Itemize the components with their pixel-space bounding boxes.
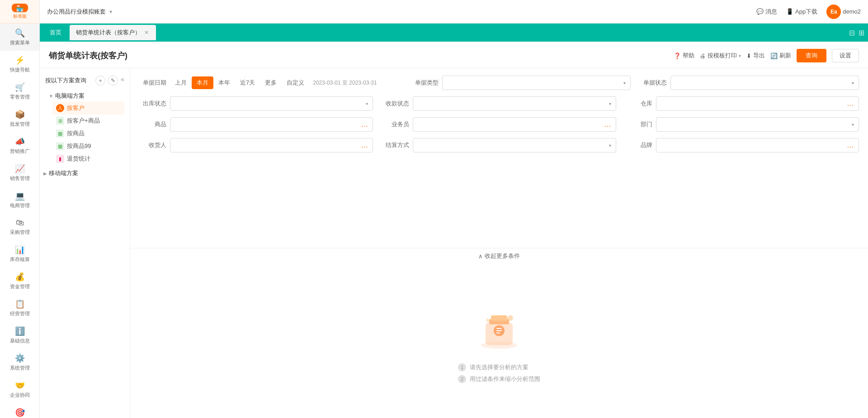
scheme-by-product[interactable]: ▦ 按商品: [52, 127, 124, 140]
guide-icon: 🎯: [15, 408, 25, 418]
svg-point-9: [486, 318, 490, 322]
svg-rect-5: [496, 328, 502, 329]
tab-maximize-icon[interactable]: ⊞: [859, 28, 864, 37]
refresh-label: 刷新: [779, 52, 791, 60]
brand-input[interactable]: …: [656, 138, 859, 152]
sidebar-item-enterprise[interactable]: 🤝 企业协同: [0, 376, 39, 403]
tab-home-label: 首页: [50, 28, 61, 37]
empty-tips: 1 请先选择要分析的方案 2 用过滤条件来缩小分析范围: [458, 363, 540, 383]
out-status-select[interactable]: ▾: [170, 96, 373, 111]
page-title: 销货单统计表(按客户): [49, 50, 127, 61]
date-btn-last-month[interactable]: 上月: [170, 76, 192, 90]
collapse-filters-button[interactable]: ∧ 收起更多条件: [130, 248, 868, 264]
sidebar-item-purchase[interactable]: 🛍 采购管理: [0, 214, 39, 240]
date-btn-custom[interactable]: 自定义: [282, 76, 309, 90]
edit-scheme-button[interactable]: ✎: [108, 76, 118, 86]
marketing-icon: 📣: [15, 137, 25, 147]
date-label: 单据日期: [139, 79, 166, 87]
department-select[interactable]: ▾: [656, 117, 859, 132]
bill-status-dropdown-icon: ▾: [852, 81, 854, 86]
sidebar-item-marketing[interactable]: 📣 营销推广: [0, 132, 39, 159]
receiver-input[interactable]: …: [170, 138, 373, 152]
sidebar-item-system[interactable]: ⚙️ 系统管理: [0, 349, 39, 376]
sidebar-item-search[interactable]: 🔍 搜索菜单: [0, 24, 39, 51]
date-btn-this-year[interactable]: 本年: [213, 76, 235, 90]
filter-panel: 按以下方案查询 ＋ ✎ « ▼ 电脑端方案: [40, 68, 130, 418]
export-button[interactable]: ⬇ 导出: [746, 52, 765, 60]
print-button[interactable]: 🖨 按模板打印 ▾: [700, 52, 741, 60]
refresh-button[interactable]: 🔄 刷新: [770, 52, 791, 60]
settlement-select[interactable]: ▾: [413, 138, 616, 152]
header-dropdown-icon[interactable]: ▾: [109, 9, 112, 15]
scheme-by-customer[interactable]: 人 按客户: [52, 102, 124, 114]
scheme-by-customer-product-label: 按客户+商品: [67, 117, 100, 125]
salesperson-label: 业务员: [382, 120, 409, 128]
date-btn-more[interactable]: 更多: [260, 76, 282, 90]
filter-panel-title: 按以下方案查询 ＋ ✎ «: [40, 73, 130, 88]
receipt-status-select[interactable]: ▾: [413, 96, 616, 111]
product-input[interactable]: …: [170, 117, 373, 132]
product-dots-icon: …: [361, 120, 368, 128]
sidebar-item-retail[interactable]: 🛒 零售管理: [0, 78, 39, 105]
tab-home[interactable]: 首页: [43, 25, 68, 40]
user-profile[interactable]: Ea demo2: [826, 5, 861, 19]
query-button[interactable]: 查询: [797, 49, 826, 62]
sidebar-logo: 🏪 标准版: [0, 0, 39, 24]
svg-rect-7: [496, 332, 500, 333]
sidebar-item-label-sales: 销售管理: [10, 175, 30, 182]
operation-icon: 📋: [15, 299, 25, 309]
scheme-by-customer-product[interactable]: ⊞ 按客户+商品: [52, 114, 124, 127]
add-scheme-button[interactable]: ＋: [95, 76, 105, 86]
tab-minimize-icon[interactable]: ⊟: [849, 28, 855, 37]
bill-type-select[interactable]: ▾: [442, 76, 631, 90]
warehouse-input[interactable]: …: [656, 96, 859, 111]
sidebar-item-wholesale[interactable]: 📦 批发管理: [0, 105, 39, 132]
sidebar-item-sales[interactable]: 📈 销售管理: [0, 159, 39, 186]
print-dropdown-icon[interactable]: ▾: [739, 53, 741, 58]
settings-button[interactable]: 设置: [832, 49, 859, 62]
tab-close-icon[interactable]: ✕: [143, 28, 150, 37]
sidebar-item-quicknav[interactable]: ⚡ 快捷导航: [0, 51, 39, 78]
bill-status-select[interactable]: ▾: [670, 76, 859, 90]
page-inner: 销货单统计表(按客户) ❓ 帮助 🖨 按模板打印 ▾ ⬇ 导出: [40, 42, 868, 418]
mobile-arrow-icon: ▶: [43, 171, 47, 176]
sidebar-item-ecommerce[interactable]: 💻 电商管理: [0, 186, 39, 214]
date-btn-this-month[interactable]: 本月: [192, 76, 213, 89]
logo-icon: 🏪: [12, 4, 28, 12]
receipt-status-dropdown-icon: ▾: [609, 101, 611, 106]
filter-row-2: 出库状态 ▾ 收款状态 ▾: [139, 96, 859, 111]
tab-sales-stat[interactable]: 销货单统计表（按客户） ✕: [70, 25, 156, 40]
scheme-return-stat[interactable]: ▮ 退货统计: [52, 152, 124, 165]
filter-item-brand: 品牌 …: [625, 138, 859, 152]
tree-node-mobile[interactable]: ▶ 移动端方案: [40, 167, 130, 180]
tree-arrow-icon: ▼: [49, 94, 53, 99]
collapse-panel-icon[interactable]: «: [121, 76, 124, 86]
desktop-scheme-label: 电脑端方案: [55, 92, 85, 100]
filter-item-out-status: 出库状态 ▾: [139, 96, 373, 111]
tree-node-desktop-header[interactable]: ▼ 电脑端方案: [45, 90, 124, 102]
scheme-by-product-99[interactable]: ▦ 按商品99: [52, 140, 124, 152]
sidebar-item-basic[interactable]: ℹ️ 基础信息: [0, 322, 39, 349]
empty-tip-2: 2 用过滤条件来缩小分析范围: [458, 375, 540, 383]
warehouse-label: 仓库: [625, 100, 652, 108]
app-download-button[interactable]: 📱 App下载: [786, 8, 817, 16]
sidebar-item-label-wholesale: 批发管理: [10, 121, 30, 128]
sidebar-item-finance[interactable]: 💰 资金管理: [0, 267, 39, 294]
page-actions: ❓ 帮助 🖨 按模板打印 ▾ ⬇ 导出 🔄 刷新: [674, 49, 859, 62]
sidebar-item-guide[interactable]: 🎯 新手引导: [0, 403, 39, 418]
sidebar-item-inventory[interactable]: 📊 库存核算: [0, 240, 39, 267]
wholesale-icon: 📦: [15, 109, 25, 119]
filter-item-product: 商品 …: [139, 117, 373, 132]
brand-dots-icon: …: [847, 141, 854, 149]
sidebar-item-operation[interactable]: 📋 经营管理: [0, 294, 39, 322]
sidebar: 🏪 标准版 🔍 搜索菜单 ⚡ 快捷导航 🛒 零售管理 📦 批发管理 📣 营销推广…: [0, 0, 40, 418]
product99-icon: ▦: [56, 142, 64, 150]
download-icon: 📱: [786, 8, 793, 15]
salesperson-input[interactable]: …: [413, 117, 616, 132]
help-icon: ❓: [674, 52, 681, 59]
message-button[interactable]: 💬 消息: [756, 8, 777, 16]
bill-type-dropdown-icon: ▾: [623, 81, 626, 86]
date-btn-7days[interactable]: 近7天: [235, 76, 260, 90]
help-button[interactable]: ❓ 帮助: [674, 52, 694, 60]
bill-type-label: 单据类型: [411, 79, 439, 87]
